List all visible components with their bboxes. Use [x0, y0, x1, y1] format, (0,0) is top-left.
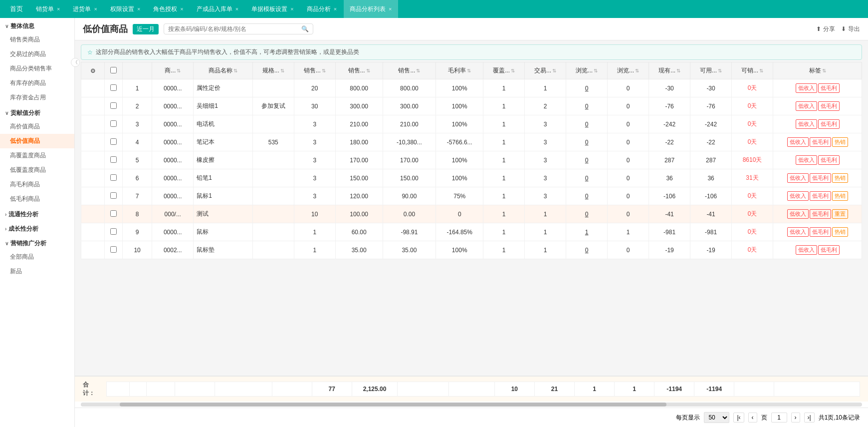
sidebar-item-in-stock-goods[interactable]: 有库存的商品 [0, 76, 74, 90]
browse1-link[interactable]: 0 [585, 139, 589, 146]
col-current-stock-header[interactable]: 现有...⇅ [649, 62, 690, 79]
nav-product-stock[interactable]: 产成品入库单 × [191, 0, 244, 18]
col-checkbox-cell[interactable] [105, 97, 123, 115]
row-checkbox[interactable] [110, 156, 117, 163]
select-all-checkbox[interactable] [110, 67, 117, 73]
browse1-link[interactable]: 0 [585, 175, 589, 182]
export-btn[interactable]: ⬇ 导出 [841, 25, 860, 33]
sidebar-item-low-coverage[interactable]: 低覆盖度商品 [0, 163, 74, 177]
browse1-link[interactable]: 0 [585, 157, 589, 164]
row-checkbox[interactable] [110, 174, 117, 181]
search-icon[interactable]: 🔍 [301, 25, 309, 32]
sidebar-item-high-value[interactable]: 高价值商品 [0, 119, 74, 134]
col-code-header[interactable]: 商...⇅ [152, 62, 194, 79]
page-size-select[interactable]: 50 100 200 [704, 412, 729, 423]
col-sales-qty-cell: 3 [294, 115, 335, 133]
row-checkbox[interactable] [110, 210, 117, 217]
col-checkbox-cell[interactable] [105, 205, 123, 223]
sidebar-group-contribution[interactable]: ∨ 贡献值分析 [0, 105, 74, 119]
col-checkbox-all[interactable] [105, 62, 123, 79]
col-sales-amount-header[interactable]: 销售...⇅ [335, 62, 383, 79]
col-checkbox-cell[interactable] [105, 187, 123, 205]
nav-product-analysis[interactable]: 商品分析 × [301, 0, 343, 18]
col-checkbox-cell[interactable] [105, 241, 123, 259]
col-checkbox-cell[interactable] [105, 133, 123, 151]
sidebar-item-high-margin[interactable]: 高毛利商品 [0, 177, 74, 192]
nav-close-permissions[interactable]: × [137, 6, 140, 12]
nav-sales-order[interactable]: 销货单 × [30, 0, 66, 18]
browse1-link[interactable]: 1 [585, 229, 589, 236]
col-checkbox-cell[interactable] [105, 79, 123, 97]
nav-close-product-stock[interactable]: × [235, 6, 238, 12]
sidebar-collapse-btn[interactable]: 《 [71, 58, 80, 67]
col-available-stock-header[interactable]: 可用...⇅ [690, 62, 732, 79]
sidebar-item-all-goods[interactable]: 全部商品 [0, 250, 74, 264]
col-coverage-header[interactable]: 覆盖...⇅ [483, 62, 525, 79]
nav-purchase[interactable]: 进货单 × [67, 0, 103, 18]
search-input[interactable] [168, 25, 301, 32]
row-checkbox[interactable] [110, 120, 117, 127]
col-name-header[interactable]: 商品名称⇅ [194, 62, 253, 79]
col-sales-cost-header[interactable]: 销售...⇅ [383, 62, 436, 79]
sidebar-group-circulation[interactable]: › 流通性分析 [0, 206, 74, 221]
row-checkbox[interactable] [110, 84, 117, 91]
last-page-btn[interactable]: ›| [804, 413, 815, 423]
col-gross-margin-header[interactable]: 毛利率⇅ [436, 62, 483, 79]
nav-permissions[interactable]: 权限设置 × [104, 0, 146, 18]
nav-template[interactable]: 单据模板设置 × [245, 0, 299, 18]
col-spec-header[interactable]: 规格...⇅ [252, 62, 294, 79]
sidebar-item-low-value[interactable]: 低价值商品 [0, 134, 74, 148]
row-checkbox[interactable] [110, 102, 117, 109]
next-page-btn[interactable]: › [791, 413, 800, 423]
sidebar-item-category-rate[interactable]: 商品分类销售率 [0, 61, 74, 76]
browse1-link[interactable]: 0 [585, 247, 589, 254]
col-checkbox-cell[interactable] [105, 169, 123, 187]
nav-close-analysis[interactable]: × [334, 6, 337, 12]
browse1-link[interactable]: 0 [585, 193, 589, 200]
sidebar-item-inventory-capital[interactable]: 库存资金占用 [0, 90, 74, 105]
browse1-link[interactable]: 0 [585, 211, 589, 218]
col-browse1-header[interactable]: 浏览...⇅ [566, 62, 608, 79]
col-settings[interactable]: ⚙ [81, 62, 105, 79]
prev-page-btn[interactable]: ‹ [748, 413, 757, 423]
sidebar-item-traded-goods[interactable]: 交易过的商品 [0, 47, 74, 61]
nav-close-roles[interactable]: × [180, 6, 183, 12]
share-btn[interactable]: ⬆ 分享 [816, 25, 835, 33]
first-page-btn[interactable]: |‹ [733, 413, 744, 423]
table-container[interactable]: ⚙ 商...⇅ 商品名称⇅ 规格...⇅ 销售...⇅ 销售...⇅ 销售...… [81, 62, 862, 376]
nav-home[interactable]: 首页 [4, 0, 29, 18]
sidebar-group-overall[interactable]: ∨ 整体信息 [0, 18, 74, 32]
page-label: 页 [761, 414, 767, 422]
sidebar-group-marketing[interactable]: ∨ 营销推广分析 [0, 235, 74, 250]
page-number-input[interactable] [771, 413, 787, 423]
nav-close-purchase[interactable]: × [94, 6, 97, 12]
period-tag-btn[interactable]: 近一月 [133, 24, 159, 34]
col-tags-cell: 低收入低毛利热销 [773, 223, 862, 241]
row-checkbox[interactable] [110, 228, 117, 235]
col-tags-header[interactable]: 标签⇅ [773, 62, 862, 79]
sidebar-item-high-coverage[interactable]: 高覆盖度商品 [0, 148, 74, 163]
col-saleable-days-header[interactable]: 可销...⇅ [732, 62, 773, 79]
nav-roles[interactable]: 角色授权 × [147, 0, 189, 18]
col-checkbox-cell[interactable] [105, 223, 123, 241]
row-checkbox[interactable] [110, 192, 117, 199]
row-checkbox[interactable] [110, 246, 117, 253]
col-no-cell: 10 [122, 241, 152, 259]
nav-product-analysis-list[interactable]: 商品分析列表 × [344, 0, 398, 18]
col-sales-qty-header[interactable]: 销售...⇅ [294, 62, 335, 79]
nav-close-sales[interactable]: × [57, 6, 60, 12]
browse1-link[interactable]: 0 [585, 103, 589, 110]
browse1-link[interactable]: 0 [585, 85, 589, 92]
col-checkbox-cell[interactable] [105, 151, 123, 169]
nav-close-template[interactable]: × [290, 6, 293, 12]
sidebar-item-new-goods[interactable]: 新品 [0, 264, 74, 279]
sidebar-item-low-margin[interactable]: 低毛利商品 [0, 192, 74, 206]
nav-close-analysis-list[interactable]: × [389, 6, 392, 12]
col-browse2-header[interactable]: 浏览...⇅ [608, 62, 649, 79]
col-transaction-header[interactable]: 交易...⇅ [525, 62, 566, 79]
col-checkbox-cell[interactable] [105, 115, 123, 133]
sidebar-group-growth[interactable]: › 成长性分析 [0, 221, 74, 235]
row-checkbox[interactable] [110, 138, 117, 145]
sidebar-item-sales-goods[interactable]: 销售类商品 [0, 32, 74, 47]
browse1-link[interactable]: 0 [585, 121, 589, 128]
